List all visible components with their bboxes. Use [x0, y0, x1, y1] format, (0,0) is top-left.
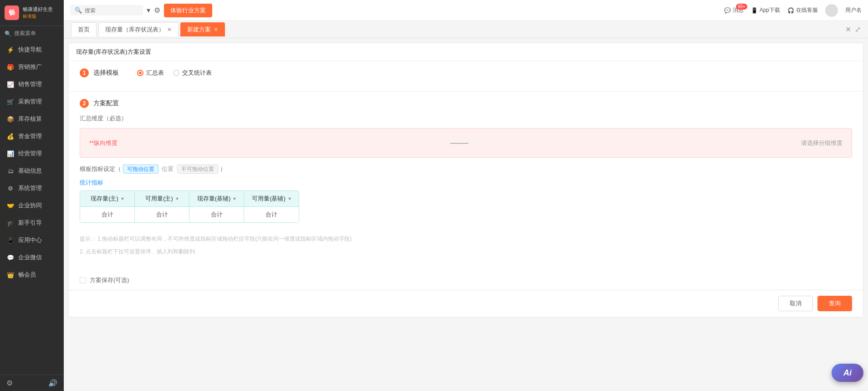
stats-table-body-row: 合计 合计 合计 合计 [80, 207, 299, 222]
dimension-required-label: **纵向维度 [89, 139, 117, 147]
sidebar-item-member[interactable]: 👑 畅会员 [0, 266, 64, 283]
search-box[interactable]: 🔍 [70, 5, 143, 15]
radio-summary-label: 汇总表 [146, 69, 164, 77]
sidebar-item-enterprise[interactable]: 🤝 企业协同 [0, 197, 64, 214]
ai-bubble[interactable]: Ai [832, 364, 863, 382]
sidebar-item-newbie[interactable]: 🎓 新手引导 [0, 214, 64, 232]
sidebar-item-inventory[interactable]: 📦 库存核算 [0, 110, 64, 128]
tab-close-active-icon[interactable]: ✕ [214, 26, 218, 33]
sidebar-item-label: 企业协同 [18, 201, 42, 210]
topbar-right: 💬 消息 99+ 📱 App下载 🎧 在线客服 用户名 [724, 4, 862, 17]
finance-icon: 💰 [6, 132, 15, 140]
tab-inventory-status[interactable]: 现存量（库存状况表） ✕ [98, 22, 179, 36]
tab-label: 现存量（库存状况表） [105, 26, 164, 34]
sidebar-search-label: 搜索菜单 [14, 30, 36, 37]
trial-button[interactable]: 体验行业方案 [164, 4, 212, 17]
quick-nav-icon: ⚡ [6, 46, 15, 54]
stats-title: 统计指标 [80, 179, 852, 187]
sidebar-item-quick-nav[interactable]: ⚡ 快捷导航 [0, 41, 64, 58]
messages-button[interactable]: 💬 消息 99+ [724, 6, 744, 14]
sidebar-search-item[interactable]: 🔍 搜索菜单 [0, 26, 64, 41]
app-logo-icon: 畅 [5, 5, 19, 20]
step2-title: 2 方案配置 [80, 99, 852, 108]
system-icon: ⚙ [6, 184, 15, 192]
sidebar-item-system[interactable]: ⚙ 系统管理 [0, 180, 64, 197]
sidebar: 畅 畅康通好生意 标准版 🔍 搜索菜单 ⚡ 快捷导航 🎁 营销推广 📈 销售管理… [0, 0, 64, 391]
step2-section: 2 方案配置 汇总维度（必选） **纵向维度 —— 请选择分组维度 模板指标设定… [69, 92, 863, 271]
indicator-settings-label: 模板指标设定（ 可拖动位置 位置 不可拖动位置 ） [80, 165, 226, 173]
wechat-icon: 💬 [6, 253, 15, 262]
online-service-button[interactable]: 🎧 在线客服 [787, 6, 818, 14]
tab-expand-icon[interactable]: ⤢ [855, 25, 861, 34]
sidebar-item-appstore[interactable]: 📱 应用中心 [0, 232, 64, 249]
sidebar-item-marketing[interactable]: 🎁 营销推广 [0, 58, 64, 76]
radio-crosstab-circle [173, 70, 179, 76]
stats-col-2-label: 现存量(基辅) [197, 195, 231, 203]
stats-table-header-row: 现存量(主) ▾ 可用量(主) ▾ 现存量(基辅) ▾ [80, 191, 299, 207]
dimension-area[interactable]: **纵向维度 —— 请选择分组维度 [80, 128, 852, 158]
stats-col-0-sub: 合计 [102, 211, 113, 219]
inventory-icon: 📦 [6, 115, 15, 123]
tab-home[interactable]: 首页 [71, 22, 97, 36]
step2-num: 2 [80, 99, 89, 108]
sidebar-item-operations[interactable]: 📊 经营管理 [0, 145, 64, 162]
sidebar-item-sales[interactable]: 📈 销售管理 [0, 76, 64, 93]
msg-icon: 💬 [724, 7, 731, 14]
save-label: 方案保存(可选) [90, 276, 129, 284]
stats-col-1-sub: 合计 [156, 211, 168, 219]
app-icon: 📱 [751, 7, 758, 14]
sidebar-item-basic[interactable]: 🗂 基础信息 [0, 162, 64, 180]
tab-label: 首页 [78, 26, 90, 34]
stats-table: 现存量(主) ▾ 可用量(主) ▾ 现存量(基辅) ▾ [80, 190, 299, 223]
template-radio-group: 汇总表 交叉统计表 [137, 69, 212, 77]
tab-new-plan[interactable]: 新建方案 ✕ [180, 22, 225, 36]
tips-line-2: 2. 点击标题栏下拉可设置排序、插入列和删除列 [80, 246, 852, 257]
sidebar-item-label: 营销推广 [18, 63, 42, 71]
username-label[interactable]: 用户名 [845, 6, 862, 14]
save-checkbox[interactable] [80, 277, 86, 283]
radio-summary-circle [137, 70, 143, 76]
sidebar-item-label: 销售管理 [18, 80, 42, 88]
speaker-icon[interactable]: 🔊 [48, 379, 57, 387]
sidebar-nav: ⚡ 快捷导航 🎁 营销推广 📈 销售管理 🛒 采购管理 📦 库存核算 💰 资金管… [0, 41, 64, 375]
stats-col-2-sub: 合计 [211, 211, 223, 219]
topbar-left: 🔍 ▾ ⚙ 体验行业方案 [70, 4, 720, 17]
sidebar-item-label: 应用中心 [18, 236, 42, 244]
member-icon: 👑 [6, 271, 15, 279]
search-input[interactable] [85, 7, 139, 14]
avatar[interactable] [825, 4, 838, 17]
stats-col-3-body: 合计 [244, 207, 299, 222]
stats-col-1-dropdown[interactable]: ▾ [176, 196, 179, 202]
sidebar-item-label: 系统管理 [18, 184, 42, 192]
settings-icon[interactable]: ⚙ [6, 379, 13, 387]
radio-crosstab[interactable]: 交叉统计表 [173, 69, 212, 77]
stats-col-0-dropdown[interactable]: ▾ [121, 196, 124, 202]
sidebar-item-wechat[interactable]: 💬 企业微信 [0, 249, 64, 266]
stats-col-3-dropdown[interactable]: ▾ [288, 196, 291, 202]
save-section: 方案保存(可选) [69, 271, 863, 290]
step1-num: 1 [80, 68, 89, 77]
topbar-gear-icon[interactable]: ⚙ [154, 6, 160, 15]
query-button[interactable]: 查询 [817, 296, 852, 311]
sidebar-logo: 畅 畅康通好生意 标准版 [0, 0, 64, 26]
ai-label: Ai [843, 368, 852, 378]
sidebar-item-finance[interactable]: 💰 资金管理 [0, 128, 64, 145]
cancel-button[interactable]: 取消 [778, 296, 813, 311]
sidebar-item-purchase[interactable]: 🛒 采购管理 [0, 93, 64, 110]
search-icon: 🔍 [5, 31, 11, 37]
tab-close-icon[interactable]: ✕ [167, 26, 172, 33]
radio-summary[interactable]: 汇总表 [137, 69, 164, 77]
content-area: 现存量(库存状况表)方案设置 1 选择模板 汇总表 交叉统计表 [64, 38, 868, 391]
save-checkbox-group[interactable]: 方案保存(可选) [80, 276, 129, 284]
tab-label: 新建方案 [187, 26, 211, 34]
enterprise-icon: 🤝 [6, 201, 15, 210]
stats-section: 统计指标 现存量(主) ▾ 可用量(主) ▾ [80, 179, 852, 224]
app-download-button[interactable]: 📱 App下载 [751, 6, 780, 14]
stats-col-2-dropdown[interactable]: ▾ [233, 196, 236, 202]
step2-label: 方案配置 [93, 99, 119, 108]
stats-col-2-header: 现存量(基辅) ▾ [189, 191, 244, 207]
dropdown-icon[interactable]: ▾ [147, 6, 150, 15]
not-draggable-tag: 不可拖动位置 [177, 165, 218, 174]
tab-close-window-icon[interactable]: ✕ [845, 25, 851, 34]
footer-buttons: 取消 查询 [69, 290, 863, 317]
